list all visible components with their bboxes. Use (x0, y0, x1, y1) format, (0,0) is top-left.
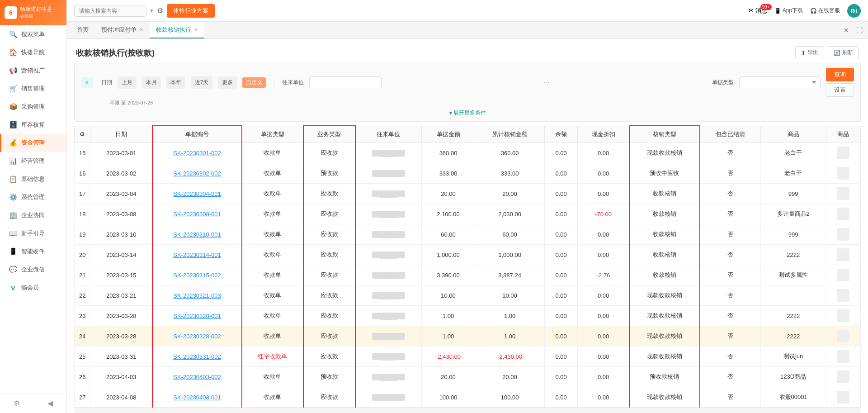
doc-no-link[interactable]: SK-20230308-001 (173, 211, 221, 218)
cell-doc-no[interactable]: SK-20230310-001 (152, 224, 242, 245)
col-settings[interactable]: ⚙ (75, 126, 90, 143)
sidebar-item-purchase[interactable]: 📦 采购管理 (0, 98, 66, 116)
user-area: Rit (847, 4, 861, 18)
date-last-month-button[interactable]: 上月 (118, 76, 137, 89)
date-this-year-button[interactable]: 本年 (166, 76, 185, 89)
export-button[interactable]: ⬆ 导出 (795, 46, 824, 59)
cell-amount: 20.00 (421, 184, 475, 204)
doc-no-link[interactable]: SK-20230301-002 (173, 150, 221, 157)
expand-more-button[interactable]: ▾ 展开更多条件 (449, 109, 486, 117)
close-all-tabs-icon[interactable]: ✕ (842, 25, 851, 36)
doc-type-select[interactable] (739, 76, 821, 88)
table-row: 272023-04-08SK-20230408-001收款单应收款████100… (75, 387, 861, 408)
doc-no-link[interactable]: SK-20230304-001 (173, 190, 221, 197)
sidebar-item-sales[interactable]: 🛒 销售管理 (0, 80, 66, 98)
online-service-link[interactable]: 🎧 在线客服 (810, 7, 840, 14)
cell-doc-no[interactable]: SK-20230308-001 (152, 204, 242, 224)
sidebar-item-member[interactable]: V 畅会员 (0, 279, 66, 297)
cell-cancel-type: 收款核销 (629, 184, 700, 204)
settings-button[interactable]: 设置 (826, 83, 854, 97)
table-row: 172023-03-04SK-20230304-001收款单应收款████20.… (75, 184, 861, 204)
query-button[interactable]: 查询 (826, 68, 854, 81)
app-download-link[interactable]: 📱 App下载 (774, 7, 803, 14)
cell-doc-no[interactable]: SK-20230328-002 (152, 326, 242, 347)
cell-doc-no[interactable]: SK-20230302-002 (152, 163, 242, 184)
cell-partner: ████ (355, 387, 422, 408)
sidebar-item-basic[interactable]: 📋 基础信息 (0, 170, 66, 188)
search-input[interactable] (74, 5, 146, 17)
date-custom-button[interactable]: 自定义 (242, 77, 266, 88)
cell-doc-no[interactable]: SK-20230314-001 (152, 245, 242, 265)
cell-goods2 (826, 285, 860, 306)
expand-tabs-icon[interactable]: ⛶ (854, 25, 864, 36)
cell-incl-settled: 否 (700, 143, 761, 163)
collapse-icon[interactable]: ◀ (44, 397, 57, 409)
chevron-down-icon: ▾ (449, 110, 452, 116)
sidebar-item-wechat[interactable]: 💬 企业微信 (0, 261, 66, 279)
tab-collection[interactable]: 收款核销执行 ✕ (150, 22, 204, 38)
cell-date: 2023-03-21 (90, 285, 152, 306)
sidebar-item-marketing[interactable]: 📢 营销推广 (0, 62, 66, 80)
export-icon: ⬆ (801, 50, 806, 56)
topbar-gear-icon[interactable]: ⚙ (157, 6, 163, 15)
cell-doc-no[interactable]: SK-20230304-001 (152, 184, 242, 204)
sidebar-item-guide[interactable]: 📖 新手引导 (0, 224, 66, 242)
cell-doc-no[interactable]: SK-20230408-001 (152, 387, 242, 408)
sidebar-item-finance[interactable]: 💰 资金管理 (0, 134, 66, 152)
cell-partner: ████ (355, 204, 422, 224)
cell-date: 2023-03-08 (90, 204, 152, 224)
cell-discount: 0.00 (578, 306, 629, 326)
phone-icon: 📱 (774, 8, 781, 14)
col-balance: 余额 (545, 126, 578, 143)
tab-close-collection[interactable]: ✕ (194, 27, 198, 33)
cell-row-no: 27 (75, 387, 90, 408)
sidebar-item-search[interactable]: 🔍 搜索菜单 (0, 25, 66, 43)
date-more-button[interactable]: 更多 (218, 76, 237, 89)
sidebar-item-inventory[interactable]: 🗄️ 库存核算 (0, 116, 66, 134)
table-wrapper: ⚙ 日期 单据编号 单据类型 业务类型 往来单位 单据金额 累计核销金额 余额 … (74, 125, 861, 408)
tab-home[interactable]: 首页 (71, 22, 95, 38)
refresh-button[interactable]: 🔄 刷新 (828, 46, 859, 59)
tab-close-prepay[interactable]: ✕ (139, 27, 143, 33)
doc-no-link[interactable]: SK-20230328-001 (173, 313, 221, 319)
date-this-month-button[interactable]: 本月 (142, 76, 161, 89)
cell-doc-no[interactable]: SK-20230331-002 (152, 347, 242, 367)
cell-partner: ████ (355, 306, 422, 326)
doc-no-link[interactable]: SK-20230328-002 (173, 333, 221, 340)
cell-doc-no[interactable]: SK-20230403-002 (152, 367, 242, 387)
cell-doc-type: 收款单 (242, 184, 303, 204)
doc-no-link[interactable]: SK-20230408-001 (173, 394, 221, 401)
sidebar-item-enterprise[interactable]: 🏢 企业协同 (0, 206, 66, 224)
doc-no-link[interactable]: SK-20230314-001 (173, 252, 221, 258)
settings-bottom-icon[interactable]: ⚙ (10, 397, 24, 409)
cell-doc-no[interactable]: SK-20230301-002 (152, 143, 242, 163)
sidebar-item-quicknav[interactable]: 🏠 快捷导航 (0, 43, 66, 62)
purchase-icon: 📦 (9, 103, 18, 111)
dropdown-arrow-icon[interactable]: ▾ (150, 7, 153, 14)
cell-cancel-type: 现款收款核销 (629, 285, 700, 306)
doc-no-link[interactable]: SK-20230331-002 (173, 353, 221, 360)
date-7days-button[interactable]: 近7天 (191, 76, 213, 89)
tab-prepay[interactable]: 预付冲应付单 ✕ (95, 22, 150, 38)
doc-no-link[interactable]: SK-20230403-002 (173, 374, 221, 380)
topbar-left: ▾ ⚙ 体验行业方案 (74, 4, 743, 18)
doc-no-link[interactable]: SK-20230302-002 (173, 170, 221, 177)
partner-input[interactable] (309, 76, 382, 88)
cell-doc-type: 收款单 (242, 367, 303, 387)
sidebar-item-operations[interactable]: 📊 经营管理 (0, 152, 66, 170)
notice-button[interactable]: ✉ 消息 99+ (749, 7, 767, 15)
industry-solution-button[interactable]: 体验行业方案 (167, 4, 215, 18)
doc-no-link[interactable]: SK-20230315-002 (173, 272, 221, 279)
cell-goods: 123D商品 (760, 367, 826, 387)
doc-no-link[interactable]: SK-20230321-003 (173, 292, 221, 299)
enterprise-icon: 🏢 (9, 211, 18, 219)
doc-no-link[interactable]: SK-20230310-001 (173, 231, 221, 238)
sidebar-item-hardware[interactable]: 📱 智能硬件 (0, 242, 66, 261)
cell-cancel-type: 现款收款核销 (629, 387, 700, 408)
cell-doc-no[interactable]: SK-20230315-002 (152, 265, 242, 285)
sidebar-item-system[interactable]: ⚙️ 系统管理 (0, 188, 66, 206)
cell-doc-no[interactable]: SK-20230321-003 (152, 285, 242, 306)
cell-doc-no[interactable]: SK-20230328-001 (152, 306, 242, 326)
filter-expand-button[interactable]: » (81, 77, 93, 88)
avatar[interactable]: Rit (847, 4, 861, 18)
